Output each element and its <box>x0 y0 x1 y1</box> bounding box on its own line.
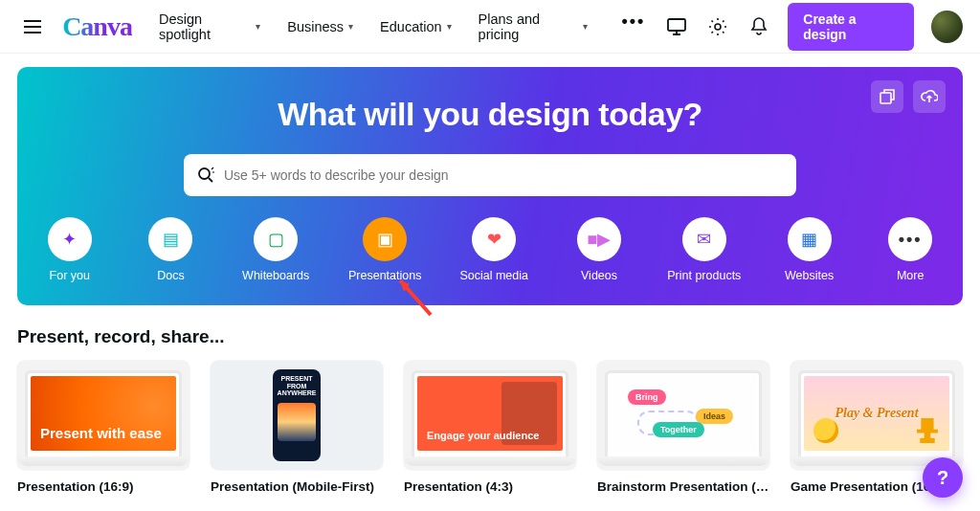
category-label: Docs <box>157 269 184 282</box>
svg-rect-2 <box>880 93 891 103</box>
nav-design-spotlight[interactable]: Design spotlight ▾ <box>159 11 260 42</box>
nav-business[interactable]: Business ▾ <box>287 11 353 42</box>
whiteboard-icon: ▢ <box>268 229 284 250</box>
pill: Ideas <box>696 409 733 424</box>
thumb-text: Play & Present <box>835 407 918 421</box>
nav-education[interactable]: Education ▾ <box>380 11 452 42</box>
svg-point-1 <box>715 24 721 30</box>
category-row: ✦ For you ▤ Docs ▢ Whiteboards ▣ Present… <box>40 217 940 282</box>
trophy-icon <box>917 418 938 443</box>
upload-icon[interactable] <box>913 80 946 113</box>
thumb-text: PRESENT FROM ANYWHERE <box>277 375 317 397</box>
thumb-text: Present with ease <box>40 426 162 442</box>
chevron-down-icon: ▾ <box>583 21 588 32</box>
canva-logo[interactable]: Canva <box>62 11 132 42</box>
website-icon: ▦ <box>801 229 817 250</box>
header-actions: Create a design <box>664 3 963 51</box>
hero-title: What will you design today? <box>40 96 940 133</box>
search-icon <box>197 167 214 184</box>
category-label: Presentations <box>348 269 421 282</box>
smiley-icon <box>813 418 838 443</box>
presentation-icon: ▣ <box>377 229 393 250</box>
nav-label: Plans and pricing <box>479 11 578 42</box>
category-social-media[interactable]: ❤ Social media <box>460 217 527 282</box>
menu-icon[interactable] <box>17 11 47 42</box>
category-videos[interactable]: ■▶ Videos <box>569 217 629 282</box>
chevron-down-icon: ▾ <box>256 21 260 32</box>
card-label: Brainstorm Presentation (… <box>597 479 769 494</box>
desktop-icon[interactable] <box>664 14 688 39</box>
custom-size-icon[interactable] <box>871 80 903 113</box>
top-nav: Canva Design spotlight ▾ Business ▾ Educ… <box>0 0 980 54</box>
thumb-text: Engage your audience <box>427 430 539 441</box>
category-label: Whiteboards <box>242 269 309 282</box>
category-label: Print products <box>667 269 741 282</box>
template-cards: Present with ease Presentation (16:9) PR… <box>17 361 963 494</box>
category-websites[interactable]: ▦ Websites <box>780 217 839 282</box>
print-icon: ✉ <box>697 229 711 250</box>
svg-rect-0 <box>668 19 685 31</box>
nav-label: Education <box>380 19 442 34</box>
category-for-you[interactable]: ✦ For you <box>40 217 100 282</box>
phone-mock: PRESENT FROM ANYWHERE <box>273 369 321 461</box>
card-label: Presentation (16:9) <box>17 479 189 494</box>
help-button[interactable]: ? <box>923 457 963 498</box>
card-label: Presentation (Mobile-First) <box>211 479 383 494</box>
category-label: For you <box>50 269 90 282</box>
chevron-down-icon: ▾ <box>447 21 452 32</box>
sparkle-icon: ✦ <box>62 229 77 250</box>
template-card[interactable]: PRESENT FROM ANYWHERE Presentation (Mobi… <box>211 361 383 494</box>
nav-more-icon[interactable]: ••• <box>622 11 646 42</box>
category-print[interactable]: ✉ Print products <box>671 217 738 282</box>
card-label: Presentation (4:3) <box>404 479 576 494</box>
category-label: Social media <box>459 269 528 282</box>
category-presentations[interactable]: ▣ Presentations <box>351 217 418 282</box>
category-label: Videos <box>581 269 617 282</box>
chevron-down-icon: ▾ <box>348 21 353 32</box>
category-docs[interactable]: ▤ Docs <box>142 217 201 282</box>
template-card[interactable]: Bring Ideas Together Brainstorm Presenta… <box>597 361 769 494</box>
heart-icon: ❤ <box>487 229 501 250</box>
nav-label: Design spotlight <box>159 11 251 42</box>
create-design-button[interactable]: Create a design <box>788 3 914 51</box>
hero-banner: What will you design today? ✦ For you ▤ … <box>17 67 963 305</box>
nav-plans-pricing[interactable]: Plans and pricing ▾ <box>479 11 588 42</box>
nav-items: Design spotlight ▾ Business ▾ Education … <box>159 11 646 42</box>
nav-label: Business <box>287 19 344 34</box>
svg-point-3 <box>199 168 210 179</box>
present-section: Present, record, share... Present with e… <box>0 305 980 494</box>
search-input[interactable] <box>224 167 783 183</box>
docs-icon: ▤ <box>163 229 179 250</box>
category-label: Websites <box>785 269 834 282</box>
avatar[interactable] <box>931 11 963 43</box>
bell-icon[interactable] <box>746 14 770 39</box>
section-heading: Present, record, share... <box>17 326 963 347</box>
category-more[interactable]: ••• More <box>880 217 940 282</box>
gear-icon[interactable] <box>705 14 729 39</box>
category-label: More <box>897 269 924 282</box>
pill: Together <box>653 422 704 437</box>
pill: Bring <box>628 389 666 405</box>
more-icon: ••• <box>899 230 923 250</box>
template-card[interactable]: Present with ease Presentation (16:9) <box>17 361 189 494</box>
category-whiteboards[interactable]: ▢ Whiteboards <box>242 217 309 282</box>
search-bar[interactable] <box>184 154 796 196</box>
template-card[interactable]: Engage your audience Presentation (4:3) <box>404 361 576 494</box>
video-icon: ■▶ <box>588 229 612 250</box>
